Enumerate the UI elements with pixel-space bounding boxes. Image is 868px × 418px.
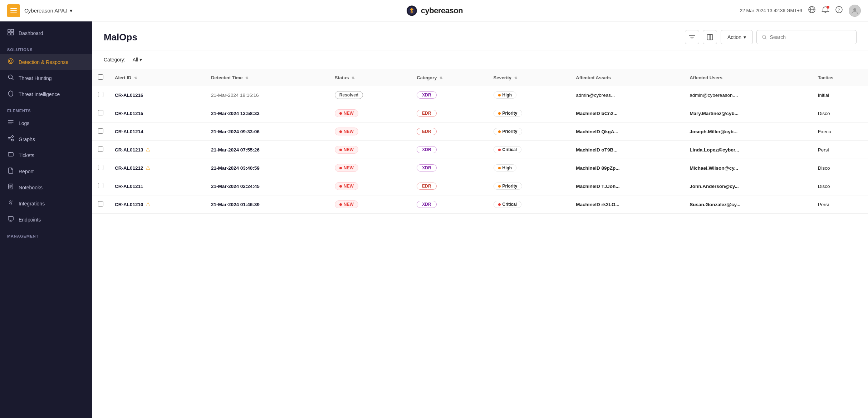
severity-cell: Priority (488, 104, 570, 123)
affected-assets-cell: MachineID rk2LO... (570, 195, 684, 214)
notebooks-icon (7, 183, 14, 191)
threat-hunting-icon (7, 74, 14, 82)
search-box (756, 30, 857, 44)
alert-id-cell: CR-AL01210 (115, 202, 143, 207)
severity-badge: High (494, 91, 517, 99)
severity-cell: Priority (488, 177, 570, 195)
sidebar-item-logs[interactable]: Logs (0, 115, 92, 131)
sidebar-item-notebooks[interactable]: Notebooks (0, 179, 92, 195)
svg-point-13 (12, 136, 14, 138)
help-button[interactable]: ? (835, 6, 843, 15)
table-row[interactable]: CR-AL0121621-Mar-2024 18:16:16ResolvedXD… (92, 86, 868, 104)
resolved-badge: Resolved (335, 91, 363, 99)
new-dot (339, 167, 342, 169)
sidebar-item-graphs[interactable]: Graphs (0, 131, 92, 147)
sidebar-item-dashboard[interactable]: Dashboard (0, 25, 92, 41)
category-bar: Category: All ▾ (92, 50, 868, 69)
detected-time-cell: 21-Mar-2024 09:33:06 (205, 123, 329, 141)
table-row[interactable]: CR-AL01213⚠21-Mar-2024 07:55:26NEWXDRCri… (92, 141, 868, 159)
tenant-selector[interactable]: Cybereason APAJ ▾ (24, 8, 73, 14)
globe-button[interactable] (808, 6, 816, 15)
user-avatar[interactable] (849, 5, 861, 17)
sidebar-item-label: Graphs (19, 136, 35, 142)
alerts-table: Alert ID ⇅ Detected Time ⇅ Status ⇅ Ca (92, 69, 868, 214)
tactics-cell: Initial (812, 86, 868, 104)
table-row[interactable]: CR-AL0121521-Mar-2024 13:58:33NEWEDRPrio… (92, 104, 868, 123)
table-row[interactable]: CR-AL0121421-Mar-2024 09:33:06NEWEDRPrio… (92, 123, 868, 141)
columns-button[interactable] (703, 30, 717, 44)
sidebar-item-report[interactable]: Report (0, 163, 92, 179)
sidebar-item-integrations[interactable]: Integrations (0, 195, 92, 212)
detected-time-header: Detected Time ⇅ (205, 69, 329, 86)
row-checkbox[interactable] (98, 146, 103, 152)
hamburger-button[interactable] (7, 4, 20, 17)
alert-id-header: Alert ID ⇅ (109, 69, 205, 86)
severity-header: Severity ⇅ (488, 69, 570, 86)
category-cell: XDR (411, 86, 487, 104)
severity-dot (498, 94, 501, 96)
sidebar-item-threat-hunting[interactable]: Threat Hunting (0, 70, 92, 86)
sidebar-item-label: Threat Hunting (19, 75, 52, 81)
affected-assets-cell: MachineID TJJoh... (570, 177, 684, 195)
new-badge: NEW (335, 128, 358, 135)
row-checkbox[interactable] (98, 201, 103, 206)
severity-badge: Priority (494, 183, 522, 190)
filter-button[interactable] (685, 30, 699, 44)
severity-cell: Critical (488, 195, 570, 214)
row-checkbox[interactable] (98, 165, 103, 170)
sidebar-item-tickets[interactable]: Tickets (0, 147, 92, 163)
tactics-header: Tactics (812, 69, 868, 86)
table-row[interactable]: CR-AL01210⚠21-Mar-2024 01:46:39NEWXDRCri… (92, 195, 868, 214)
notifications-button[interactable] (822, 6, 829, 15)
severity-dot (498, 167, 501, 169)
category-filter-select[interactable]: All ▾ (129, 55, 146, 64)
row-checkbox[interactable] (98, 110, 103, 115)
row-checkbox[interactable] (98, 128, 103, 134)
sidebar-item-label: Detection & Response (19, 59, 68, 65)
sidebar-item-threat-intelligence[interactable]: Threat Intelligence (0, 86, 92, 102)
svg-rect-15 (8, 153, 13, 156)
header-datetime: 22 Mar 2024 13:42:36 GMT+9 (740, 8, 802, 13)
affected-users-cell: Mary.Martinez@cyb... (684, 104, 812, 123)
select-all-checkbox[interactable] (98, 74, 103, 80)
alert-id-cell: CR-AL01213 (115, 147, 143, 153)
report-icon (7, 167, 14, 175)
affected-users-cell: Susan.Gonzalez@cy... (684, 195, 812, 214)
category-chevron-icon: ▾ (139, 57, 142, 63)
detected-time-cell: 21-Mar-2024 13:58:33 (205, 104, 329, 123)
logs-icon (7, 119, 14, 127)
tactics-cell: Disco (812, 104, 868, 123)
row-checkbox[interactable] (98, 92, 103, 97)
search-input[interactable] (770, 34, 851, 40)
category-pill: EDR (417, 183, 436, 190)
sidebar-item-label: Logs (19, 120, 29, 126)
sort-icon: ⇅ (440, 76, 442, 80)
severity-dot (498, 149, 501, 151)
table-row[interactable]: CR-AL0121121-Mar-2024 02:24:45NEWEDRPrio… (92, 177, 868, 195)
category-pill: XDR (417, 164, 436, 171)
sidebar-item-endpoints[interactable]: Endpoints (0, 212, 92, 228)
management-section-label: MANAGEMENT (0, 228, 92, 240)
svg-rect-18 (707, 35, 713, 40)
dashboard-icon (7, 29, 14, 37)
sort-icon: ⇅ (352, 76, 354, 80)
notification-dot (827, 6, 829, 9)
row-checkbox[interactable] (98, 183, 103, 188)
sidebar-item-detection-response[interactable]: Detection & Response (0, 54, 92, 70)
category-filter-value: All (133, 57, 138, 63)
threat-intelligence-icon (7, 90, 14, 98)
detected-time-cell: 21-Mar-2024 02:24:45 (205, 177, 329, 195)
svg-point-4 (853, 8, 856, 11)
table-row[interactable]: CR-AL01212⚠21-Mar-2024 03:40:59NEWXDRHig… (92, 159, 868, 177)
cybereason-logo-icon (405, 4, 418, 17)
severity-badge: High (494, 164, 517, 171)
page-actions: Action ▾ (685, 30, 857, 44)
new-dot (339, 112, 342, 115)
severity-dot (498, 203, 501, 206)
detection-response-icon (7, 58, 14, 66)
action-button[interactable]: Action ▾ (721, 30, 753, 44)
svg-rect-5 (8, 29, 10, 32)
affected-assets-cell: MachineID bCn2... (570, 104, 684, 123)
svg-rect-6 (11, 29, 14, 32)
integrations-icon (7, 199, 14, 208)
